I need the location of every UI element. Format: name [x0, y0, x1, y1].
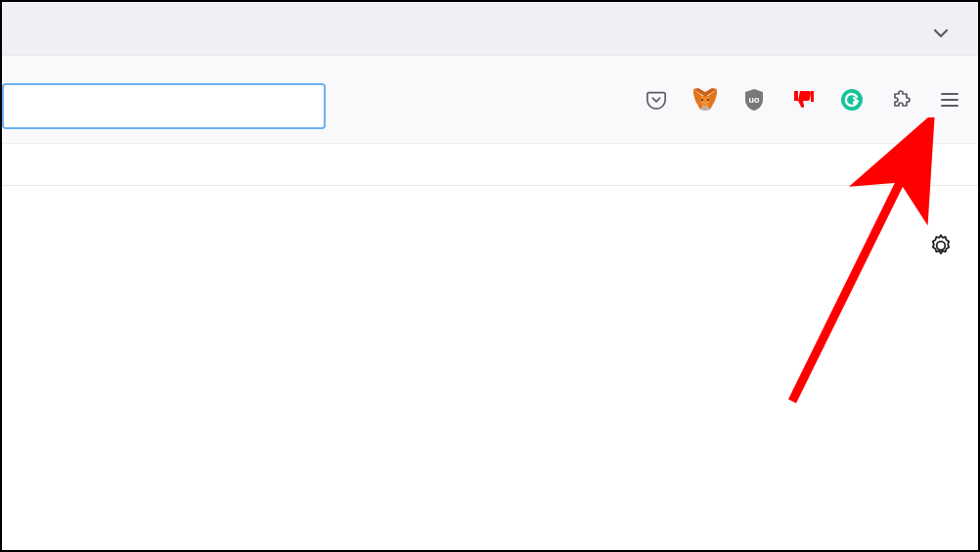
- svg-text:uo: uo: [749, 95, 760, 105]
- metamask-fox-icon: [692, 88, 718, 112]
- ublock-button[interactable]: uo: [739, 85, 769, 115]
- svg-point-8: [701, 99, 703, 101]
- url-input[interactable]: [2, 83, 326, 129]
- metamask-button[interactable]: [690, 85, 720, 115]
- hamburger-icon: [939, 89, 960, 111]
- browser-toolbar: uo: [2, 56, 978, 144]
- content-divider: [2, 185, 978, 186]
- pocket-button[interactable]: [642, 85, 671, 115]
- content-area: [2, 144, 978, 550]
- extensions-button[interactable]: [886, 85, 915, 115]
- gear-icon: [928, 233, 954, 258]
- tabs-dropdown-button[interactable]: [927, 20, 955, 47]
- puzzle-piece-icon: [890, 89, 912, 111]
- grammarly-button[interactable]: [837, 85, 867, 115]
- toolbar-icons: uo: [642, 56, 964, 143]
- dislike-button[interactable]: [788, 85, 818, 115]
- thumbs-down-icon: [791, 89, 815, 111]
- pocket-icon: [646, 89, 667, 111]
- settings-button[interactable]: [923, 228, 958, 263]
- hamburger-menu-button[interactable]: [935, 85, 964, 115]
- ublock-shield-icon: uo: [743, 88, 765, 112]
- chevron-down-icon: [931, 23, 951, 43]
- grammarly-icon: [840, 88, 864, 112]
- svg-rect-11: [811, 91, 814, 102]
- svg-point-9: [707, 99, 709, 101]
- svg-point-12: [841, 89, 863, 111]
- tab-strip: [2, 2, 978, 56]
